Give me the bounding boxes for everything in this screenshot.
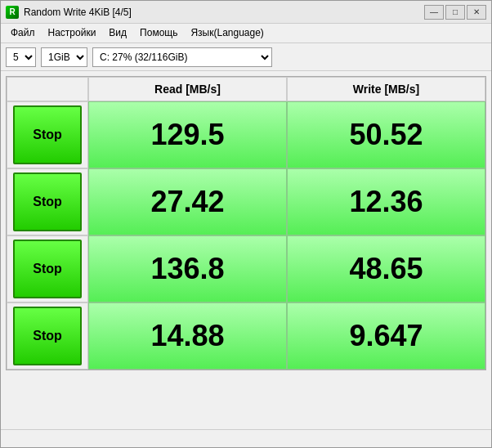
write-text-0: 50.52 <box>349 118 423 152</box>
read-text-2: 136.8 <box>150 252 224 286</box>
minimize-button[interactable]: — <box>424 5 444 20</box>
write-text-3: 9.647 <box>349 319 423 353</box>
stop-cell-1: Stop <box>7 168 88 235</box>
write-text-2: 48.65 <box>349 252 423 286</box>
close-button[interactable]: ✕ <box>467 5 486 20</box>
toolbar: 5 1GiB C: 27% (32/116GiB) <box>1 43 491 71</box>
read-text-0: 129.5 <box>150 118 224 152</box>
main-window: R Random Write 4KiB [4/5] — □ ✕ Файл Нас… <box>0 0 492 448</box>
menu-settings[interactable]: Настройки <box>42 25 103 41</box>
title-bar: R Random Write 4KiB [4/5] — □ ✕ <box>1 1 491 24</box>
read-value-0: 129.5 <box>88 101 287 168</box>
stop-cell-2: Stop <box>7 235 88 302</box>
menu-view[interactable]: Вид <box>102 25 133 41</box>
stop-button-2[interactable]: Stop <box>13 240 82 298</box>
read-value-3: 14.88 <box>88 302 287 370</box>
app-icon-letter: R <box>9 7 15 16</box>
read-text-3: 14.88 <box>150 319 224 353</box>
window-controls: — □ ✕ <box>424 5 486 20</box>
maximize-button[interactable]: □ <box>445 5 465 20</box>
drive-select[interactable]: C: 27% (32/116GiB) <box>92 47 272 67</box>
app-icon: R <box>6 6 19 19</box>
header-write: Write [MB/s] <box>287 77 485 101</box>
stop-cell-3: Stop <box>7 302 88 370</box>
header-empty-cell <box>7 77 88 101</box>
menu-language[interactable]: Язык(Language) <box>184 25 270 41</box>
menu-file[interactable]: Файл <box>4 25 42 41</box>
header-read: Read [MB/s] <box>88 77 287 101</box>
write-value-3: 9.647 <box>287 302 485 370</box>
write-text-1: 12.36 <box>349 185 423 219</box>
read-text-1: 27.42 <box>150 185 224 219</box>
read-value-1: 27.42 <box>88 168 287 235</box>
window-title: Random Write 4KiB [4/5] <box>24 7 424 18</box>
write-value-0: 50.52 <box>287 101 485 168</box>
benchmark-grid: Read [MB/s] Write [MB/s] Stop 129.5 50.5… <box>6 76 486 370</box>
size-select[interactable]: 1GiB <box>41 47 87 67</box>
stop-button-3[interactable]: Stop <box>13 307 82 365</box>
stop-button-0[interactable]: Stop <box>13 105 82 164</box>
menu-help[interactable]: Помощь <box>133 25 184 41</box>
write-value-1: 12.36 <box>287 168 485 235</box>
status-bar <box>1 429 491 447</box>
count-select[interactable]: 5 <box>6 47 36 67</box>
stop-button-1[interactable]: Stop <box>13 172 82 231</box>
write-value-2: 48.65 <box>287 235 485 302</box>
content-area: Read [MB/s] Write [MB/s] Stop 129.5 50.5… <box>1 71 491 429</box>
menu-bar: Файл Настройки Вид Помощь Язык(Language) <box>1 24 491 43</box>
stop-cell-0: Stop <box>7 101 88 168</box>
read-value-2: 136.8 <box>88 235 287 302</box>
